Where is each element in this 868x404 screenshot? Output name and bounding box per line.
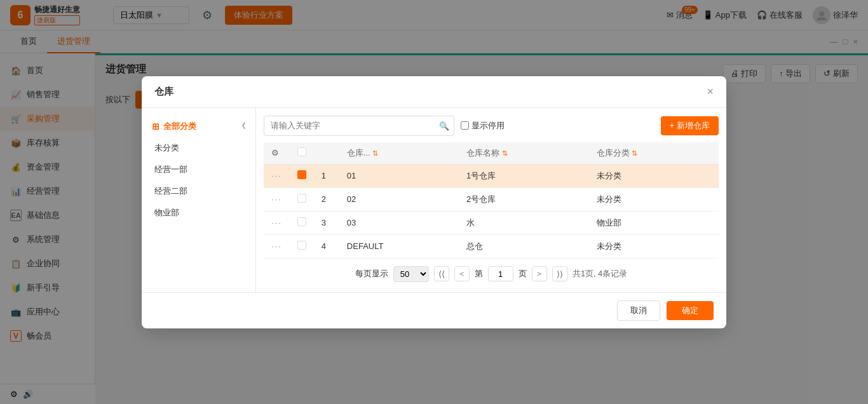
table-header-row: ⚙ 仓库... ⇅ 仓库名称: [264, 142, 719, 165]
modal-title: 仓库: [154, 86, 173, 98]
modal-footer: 取消 确定: [142, 292, 726, 328]
modal-body: ⊞ 全部分类 《 未分类 经营一部 经营二部 物业部 🔍: [142, 108, 726, 292]
modal-close-button[interactable]: ×: [707, 85, 714, 98]
row-check-3[interactable]: [290, 234, 314, 258]
search-input[interactable]: [264, 116, 454, 136]
page-unit: 页: [519, 268, 527, 279]
search-input-wrap: 🔍: [264, 116, 454, 136]
category-panel: ⊞ 全部分类 《 未分类 经营一部 经营二部 物业部: [142, 108, 256, 292]
row-checkbox-2[interactable]: [297, 217, 306, 226]
row-name-2: 水: [459, 211, 588, 234]
row-gear-2[interactable]: ···: [264, 211, 290, 234]
modal-header: 仓库 ×: [142, 76, 726, 108]
add-warehouse-button[interactable]: + 新增仓库: [661, 116, 719, 135]
row-num-1: 2: [314, 187, 339, 211]
ellipsis-icon-3[interactable]: ···: [271, 241, 282, 251]
th-category[interactable]: 仓库分类 ⇅: [589, 142, 719, 165]
row-category-0: 未分类: [589, 164, 719, 187]
cancel-button[interactable]: 取消: [617, 300, 660, 321]
th-check: [290, 142, 314, 165]
row-gear-3[interactable]: ···: [264, 234, 290, 258]
th-name[interactable]: 仓库名称 ⇅: [459, 142, 588, 165]
page-info: 共1页, 4条记录: [573, 268, 628, 279]
page-size-select[interactable]: 50 10 20 100: [393, 266, 429, 282]
row-num-0: 1: [314, 164, 339, 187]
next-page-button[interactable]: ＞: [532, 266, 547, 281]
row-num-3: 4: [314, 234, 339, 258]
row-gear-0[interactable]: ···: [264, 164, 290, 187]
table-row[interactable]: ··· 3 03 水 物业部: [264, 211, 719, 234]
grid-icon: ⊞: [152, 121, 159, 131]
th-index: [314, 142, 339, 165]
category-item-property[interactable]: 物业部: [142, 202, 255, 224]
all-category-button[interactable]: ⊞ 全部分类 《: [142, 116, 255, 137]
prev-page-button[interactable]: ＜: [454, 266, 470, 281]
page-size-label: 每页显示: [355, 268, 388, 279]
sort-code-icon: ⇅: [372, 149, 378, 157]
table-row[interactable]: ··· 2 02 2号仓库 未分类: [264, 187, 719, 211]
page-label: 第: [475, 268, 483, 279]
search-icon[interactable]: 🔍: [439, 121, 449, 130]
row-gear-1[interactable]: ···: [264, 187, 290, 211]
row-name-1: 2号仓库: [459, 187, 588, 211]
first-page-button[interactable]: ⟨⟨: [434, 266, 449, 281]
row-code-2: 03: [339, 211, 459, 234]
show-disabled-checkbox[interactable]: [461, 121, 469, 130]
table-wrapper: ⚙ 仓库... ⇅ 仓库名称: [264, 142, 719, 259]
show-disabled-toggle[interactable]: 显示停用: [461, 120, 505, 131]
row-checkbox-1[interactable]: [297, 194, 306, 203]
row-checkbox-0[interactable]: [297, 170, 306, 179]
row-category-3: 未分类: [589, 234, 719, 258]
row-category-2: 物业部: [589, 211, 719, 234]
row-checkbox-3[interactable]: [297, 241, 306, 250]
last-page-button[interactable]: ⟩⟩: [552, 266, 567, 281]
search-bar: 🔍 显示停用 + 新增仓库: [264, 116, 719, 136]
row-name-0: 1号仓库: [459, 164, 588, 187]
row-code-3: DEFAULT: [339, 234, 459, 258]
warehouse-modal: 仓库 × ⊞ 全部分类 《 未分类 经营一部 经营二部 物业部: [142, 76, 726, 328]
sort-name-icon: ⇅: [502, 149, 508, 157]
category-item-unclassified[interactable]: 未分类: [142, 137, 255, 159]
warehouse-table: ⚙ 仓库... ⇅ 仓库名称: [264, 142, 719, 259]
select-all-checkbox[interactable]: [297, 147, 306, 156]
all-category-label: 全部分类: [163, 121, 196, 132]
row-code-0: 01: [339, 164, 459, 187]
modal-overlay: 仓库 × ⊞ 全部分类 《 未分类 经营一部 经营二部 物业部: [0, 0, 868, 404]
row-category-1: 未分类: [589, 187, 719, 211]
table-row[interactable]: ··· 4 DEFAULT 总仓 未分类: [264, 234, 719, 258]
pagination: 每页显示 50 10 20 100 ⟨⟨ ＜ 第 页 ＞ ⟩⟩ 共1页, 4条记…: [264, 259, 719, 285]
row-check-1[interactable]: [290, 187, 314, 211]
page-number-input[interactable]: [488, 266, 513, 281]
th-code[interactable]: 仓库... ⇅: [339, 142, 459, 165]
content-panel: 🔍 显示停用 + 新增仓库 ⚙: [256, 108, 726, 292]
ellipsis-icon-0[interactable]: ···: [271, 171, 282, 180]
row-name-3: 总仓: [459, 234, 588, 258]
show-disabled-label: 显示停用: [471, 120, 505, 131]
warehouse-tbody: ··· 1 01 1号仓库 未分类 ··· 2 02 2号仓库 未分类 ···: [264, 164, 719, 258]
sort-category-icon: ⇅: [632, 149, 637, 157]
th-gear: ⚙: [264, 142, 290, 165]
table-row[interactable]: ··· 1 01 1号仓库 未分类: [264, 164, 719, 187]
category-item-ops1[interactable]: 经营一部: [142, 159, 255, 180]
row-check-2[interactable]: [290, 211, 314, 234]
row-check-0[interactable]: [290, 164, 314, 187]
row-num-2: 3: [314, 211, 339, 234]
confirm-button[interactable]: 确定: [667, 301, 714, 320]
collapse-icon[interactable]: 《: [238, 121, 245, 131]
ellipsis-icon-2[interactable]: ···: [271, 218, 282, 227]
row-code-1: 02: [339, 187, 459, 211]
ellipsis-icon-1[interactable]: ···: [271, 194, 282, 204]
category-item-ops2[interactable]: 经营二部: [142, 180, 255, 202]
